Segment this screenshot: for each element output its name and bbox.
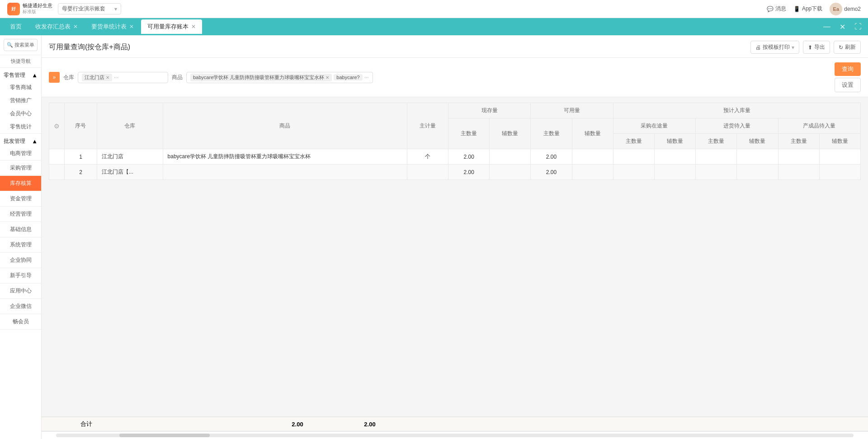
tab-available-close[interactable]: ✕	[191, 24, 196, 29]
filter-area: » 仓库 江北门店 ✕ ··· 商品 babycare学饮杯 儿童防摔防撞吸管杯…	[42, 58, 868, 97]
filter-expand-btn[interactable]: »	[49, 72, 60, 83]
th-available: 可用量	[531, 103, 613, 118]
sidebar-item-retail-store[interactable]: 零售商城	[0, 81, 41, 94]
logo-text: 畅捷通好生意 标准版	[23, 3, 52, 15]
app-download-btn[interactable]: 📱 App下载	[793, 5, 822, 13]
sidebar-item-basic[interactable]: 基础信息	[0, 222, 41, 237]
tab-home-label: 首页	[10, 23, 22, 31]
tab-home[interactable]: 首页	[4, 19, 28, 34]
th-pur-aux: 辅数量	[654, 134, 695, 149]
table-area: ⚙ 序号 仓库 商品 主计量 现存量 可用量 预计入库量 主数量 辅数量 主数量	[42, 97, 868, 416]
col-settings-header: ⚙	[49, 103, 65, 149]
sidebar-item-ecommerce[interactable]: 电商管理	[0, 147, 41, 160]
horizontal-scrollbar[interactable]	[56, 434, 854, 437]
th-stock-aux: 辅数量	[490, 118, 531, 149]
settings-btn[interactable]: 设置	[835, 78, 861, 92]
product-tag-1-close[interactable]: ✕	[326, 75, 329, 80]
sidebar-item-inventory[interactable]: 库存核算	[0, 176, 41, 191]
tab-close-all-btn[interactable]: ✕	[837, 22, 848, 32]
product-tag-2: babycare?	[334, 74, 362, 80]
sidebar-item-members[interactable]: 会员中心	[0, 107, 41, 120]
sidebar-group-retail: 零售管理 ▲ 零售商城 营销推广 会员中心 零售统计	[0, 68, 41, 134]
row-2-product	[163, 165, 407, 180]
export-btn[interactable]: ⬆ 导出	[803, 41, 830, 54]
th-product: 商品	[163, 103, 407, 149]
sidebar-group-wholesale-header[interactable]: 批发管理 ▲	[0, 134, 41, 147]
row-1-avail-aux	[572, 149, 613, 165]
product-ellipsis[interactable]: ···	[364, 74, 369, 80]
row-2-stock-main: 2.00	[448, 165, 490, 180]
search-icon: 🔍	[7, 42, 13, 48]
tab-maximize-btn[interactable]: ⛶	[852, 22, 864, 32]
sidebar-item-member-club[interactable]: 畅会员	[0, 314, 41, 330]
sidebar-item-finance[interactable]: 资金管理	[0, 191, 41, 207]
template-print-btn[interactable]: 🖨 按模板打印 ▾	[750, 41, 799, 54]
tab-available-stock[interactable]: 可用量库存账本 ✕	[141, 19, 202, 34]
th-incoming-stock: 预计入库量	[613, 103, 860, 118]
logo-icon: 好	[7, 3, 20, 15]
row-2-pur-main	[613, 165, 654, 180]
row-1-prod-main	[778, 149, 819, 165]
sidebar-item-wechat[interactable]: 企业微信	[0, 299, 41, 314]
row-2-avail-aux	[572, 165, 613, 180]
product-label: 商品	[172, 74, 183, 81]
warehouse-filter-input[interactable]: 江北门店 ✕ ···	[78, 72, 168, 83]
sidebar-item-new-guide[interactable]: 新手引导	[0, 268, 41, 283]
sidebar-item-enterprise[interactable]: 企业协同	[0, 253, 41, 268]
row-1-warehouse: 江北门店	[97, 149, 163, 165]
warehouse-label: 仓库	[63, 74, 74, 81]
search-menu-btn[interactable]: 🔍 搜索菜单	[4, 39, 38, 51]
tab-order-label: 要货单统计表	[91, 23, 127, 31]
sidebar-item-retail-stats[interactable]: 零售统计	[0, 120, 41, 133]
topbar: 好 畅捷通好生意 标准版 母婴行业演示账套 ▾ 💬 消息 📱 App下载 Ea …	[0, 0, 868, 18]
sidebar-item-marketing[interactable]: 营销推广	[0, 94, 41, 107]
tab-receipt-close[interactable]: ✕	[73, 24, 78, 29]
tab-receipt-summary[interactable]: 收发存汇总表 ✕	[29, 19, 84, 34]
row-2-prod-aux	[819, 165, 860, 180]
col-settings-icon[interactable]: ⚙	[54, 123, 60, 130]
row-1-stock-main: 2.00	[448, 149, 490, 165]
row-1-inc-aux	[737, 149, 778, 165]
tab-actions: — ✕ ⛶	[821, 22, 864, 32]
row-2-inc-main	[696, 165, 737, 180]
warehouse-tag-close[interactable]: ✕	[106, 75, 109, 80]
sidebar-group-retail-header[interactable]: 零售管理 ▲	[0, 68, 41, 81]
sidebar-item-operations[interactable]: 经营管理	[0, 207, 41, 222]
tab-order-stats[interactable]: 要货单统计表 ✕	[85, 19, 140, 34]
export-icon: ⬆	[808, 44, 812, 51]
tab-minimize-btn[interactable]: —	[821, 22, 833, 32]
table-row: 2 江北门店【... 2.00 2.00	[49, 165, 861, 180]
tab-available-label: 可用量库存账本	[147, 23, 189, 31]
row-1-settings	[49, 149, 65, 165]
row-1-avail-main: 2.00	[531, 149, 572, 165]
main-layout: 🔍 搜索菜单 快捷导航 零售管理 ▲ 零售商城 营销推广 会员中心 零售统计 批…	[0, 35, 868, 439]
sidebar-quick-nav[interactable]: 快捷导航	[0, 55, 41, 68]
row-2-inc-aux	[737, 165, 778, 180]
scrollbar-thumb[interactable]	[119, 434, 210, 437]
sidebar: 🔍 搜索菜单 快捷导航 零售管理 ▲ 零售商城 营销推广 会员中心 零售统计 批…	[0, 35, 42, 439]
sidebar-item-system[interactable]: 系统管理	[0, 237, 41, 253]
refresh-btn[interactable]: ↻ 刷新	[834, 41, 861, 54]
message-icon: 💬	[767, 6, 774, 12]
content: 可用量查询(按仓库+商品) 🖨 按模板打印 ▾ ⬆ 导出 ↻ 刷新	[42, 35, 868, 439]
print-icon: 🖨	[755, 44, 761, 51]
query-btn[interactable]: 查询	[835, 62, 861, 76]
th-inc-aux: 辅数量	[737, 134, 778, 149]
content-header: 可用量查询(按仓库+商品) 🖨 按模板打印 ▾ ⬆ 导出 ↻ 刷新	[42, 35, 868, 58]
sidebar-item-app-center[interactable]: 应用中心	[0, 283, 41, 299]
logo-area: 好 畅捷通好生意 标准版	[7, 3, 52, 15]
tabbar: 首页 收发存汇总表 ✕ 要货单统计表 ✕ 可用量库存账本 ✕ — ✕ ⛶	[0, 18, 868, 35]
chevron-down-icon: ▾	[114, 6, 117, 12]
org-selector[interactable]: 母婴行业演示账套 ▾	[58, 3, 121, 14]
tab-order-close[interactable]: ✕	[129, 24, 134, 29]
sidebar-item-purchase[interactable]: 采购管理	[0, 160, 41, 176]
message-btn[interactable]: 💬 消息	[767, 5, 786, 13]
refresh-icon: ↻	[839, 44, 843, 51]
footer-label: 合计	[80, 420, 126, 428]
user-avatar-area[interactable]: Ea demo2	[830, 3, 861, 15]
row-2-stock-aux	[490, 165, 531, 180]
warehouse-ellipsis[interactable]: ···	[114, 74, 118, 80]
row-1-prod-aux	[819, 149, 860, 165]
topbar-left: 好 畅捷通好生意 标准版 母婴行业演示账套 ▾	[7, 3, 121, 15]
product-filter-input[interactable]: babycare学饮杯 儿童防摔防撞吸管杯重力球吸嘴杯宝宝水杯 ✕ babyca…	[186, 72, 373, 83]
